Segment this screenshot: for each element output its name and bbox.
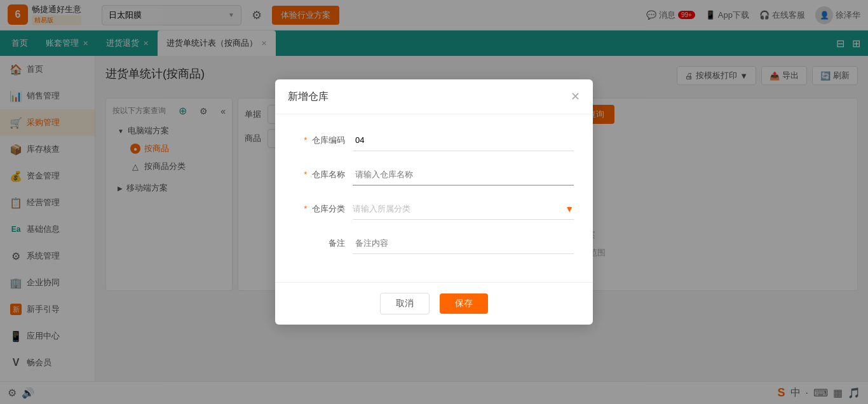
form-row-name: * 仓库名称 bbox=[294, 164, 574, 185]
warehouse-name-input[interactable] bbox=[353, 164, 574, 185]
cancel-button[interactable]: 取消 bbox=[380, 293, 430, 314]
warehouse-remark-input[interactable] bbox=[353, 232, 574, 254]
category-label-text: 仓库分类 bbox=[312, 204, 345, 213]
category-label: * 仓库分类 bbox=[294, 203, 345, 215]
category-required-mark: * bbox=[304, 204, 307, 213]
modal-overlay: 新增仓库 ✕ * 仓库编码 * 仓库名称 bbox=[0, 0, 868, 404]
save-button[interactable]: 保存 bbox=[440, 293, 488, 314]
category-dropdown-icon: ▼ bbox=[565, 204, 574, 214]
name-label: * 仓库名称 bbox=[294, 169, 345, 180]
warehouse-category-select[interactable]: 请输入所属分类 ▼ bbox=[353, 198, 574, 220]
modal-body: * 仓库编码 * 仓库名称 * 仓库分类 请输入所属 bbox=[275, 114, 593, 282]
category-placeholder: 请输入所属分类 bbox=[353, 203, 410, 215]
name-required-mark: * bbox=[304, 170, 307, 179]
add-warehouse-modal: 新增仓库 ✕ * 仓库编码 * 仓库名称 bbox=[275, 79, 593, 325]
modal-close-button[interactable]: ✕ bbox=[571, 90, 580, 104]
warehouse-code-input[interactable] bbox=[353, 130, 574, 151]
form-row-remark: 备注 bbox=[294, 232, 574, 254]
modal-title: 新增仓库 bbox=[288, 90, 329, 104]
remark-label: 备注 bbox=[294, 238, 345, 249]
code-label-text: 仓库编码 bbox=[312, 135, 345, 145]
remark-label-text: 备注 bbox=[329, 238, 345, 248]
modal-header: 新增仓库 ✕ bbox=[275, 79, 593, 114]
name-label-text: 仓库名称 bbox=[312, 170, 345, 179]
form-row-code: * 仓库编码 bbox=[294, 130, 574, 151]
form-row-category: * 仓库分类 请输入所属分类 ▼ bbox=[294, 198, 574, 220]
code-required-mark: * bbox=[304, 135, 307, 145]
code-label: * 仓库编码 bbox=[294, 135, 345, 146]
modal-footer: 取消 保存 bbox=[275, 282, 593, 325]
